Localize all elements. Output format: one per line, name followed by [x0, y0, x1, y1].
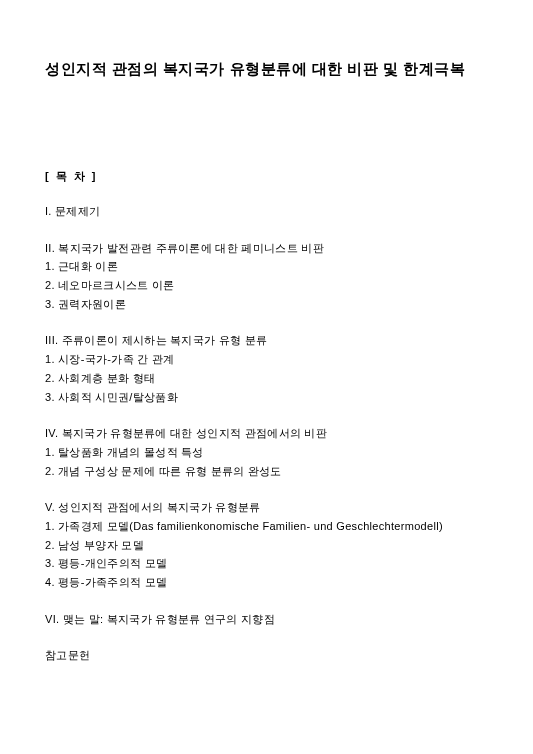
section-item: 3. 권력자원이론	[45, 295, 488, 314]
section-item: 3. 평등-개인주의적 모델	[45, 554, 488, 573]
section-item: 1. 시장-국가-가족 간 관계	[45, 350, 488, 369]
section-item: 4. 평등-가족주의적 모델	[45, 573, 488, 592]
section-item: 1. 근대화 이론	[45, 257, 488, 276]
toc-section-1: I. 문제제기	[45, 202, 488, 221]
section-heading: II. 복지국가 발전관련 주류이론에 대한 페미니스트 비판	[45, 239, 488, 258]
document-title: 성인지적 관점의 복지국가 유형분류에 대한 비판 및 한계극복	[45, 60, 488, 79]
toc-section-2: II. 복지국가 발전관련 주류이론에 대한 페미니스트 비판 1. 근대화 이…	[45, 239, 488, 314]
section-item: 2. 개념 구성상 문제에 따른 유형 분류의 완성도	[45, 462, 488, 481]
toc-section-3: III. 주류이론이 제시하는 복지국가 유형 분류 1. 시장-국가-가족 간…	[45, 331, 488, 406]
section-heading: III. 주류이론이 제시하는 복지국가 유형 분류	[45, 331, 488, 350]
section-heading: V. 성인지적 관점에서의 복지국가 유형분류	[45, 498, 488, 517]
section-item: 3. 사회적 시민권/탈상품화	[45, 388, 488, 407]
toc-header: [ 목 차 ]	[45, 169, 488, 184]
section-heading: 참고문헌	[45, 646, 488, 665]
section-heading: VI. 맺는 말: 복지국가 유형분류 연구의 지향점	[45, 610, 488, 629]
section-item: 2. 사회계층 분화 형태	[45, 369, 488, 388]
section-item: 1. 가족경제 모델(Das familienkonomische Famili…	[45, 517, 488, 536]
section-item: 1. 탈상품화 개념의 몰성적 특성	[45, 443, 488, 462]
toc-section-7: 참고문헌	[45, 646, 488, 665]
section-heading: I. 문제제기	[45, 202, 488, 221]
section-item: 2. 네오마르크시스트 이론	[45, 276, 488, 295]
toc-section-5: V. 성인지적 관점에서의 복지국가 유형분류 1. 가족경제 모델(Das f…	[45, 498, 488, 591]
toc-section-6: VI. 맺는 말: 복지국가 유형분류 연구의 지향점	[45, 610, 488, 629]
section-item: 2. 남성 부양자 모델	[45, 536, 488, 555]
toc-section-4: IV. 복지국가 유형분류에 대한 성인지적 관점에서의 비판 1. 탈상품화 …	[45, 424, 488, 480]
section-heading: IV. 복지국가 유형분류에 대한 성인지적 관점에서의 비판	[45, 424, 488, 443]
